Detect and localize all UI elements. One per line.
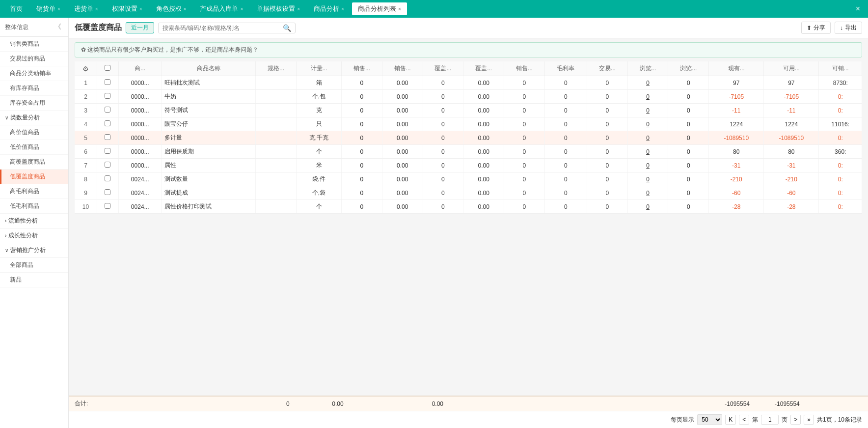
close-icon[interactable]: × — [139, 6, 142, 12]
sidebar-section-marketing[interactable]: ∨ 营销推广分析 — [0, 243, 68, 258]
table-cell: 0 — [544, 90, 587, 104]
table-cell: -31 — [764, 159, 819, 172]
nav-tab-analysis[interactable]: 商品分析 × — [308, 2, 350, 15]
sidebar-item-high-coverage[interactable]: 高覆盖度商品 — [0, 155, 68, 170]
close-icon[interactable]: × — [95, 6, 98, 12]
sidebar-item-goods-turnover[interactable]: 商品分类动销率 — [0, 66, 68, 81]
table-cell: 2 — [75, 90, 97, 104]
table-cell: 0 — [668, 159, 709, 172]
sidebar-section-growth[interactable]: › 成长性分析 — [0, 228, 68, 243]
sidebar-item-inventory-capital[interactable]: 库存资金占用 — [0, 96, 68, 111]
sidebar-title: 整体信息 — [5, 23, 28, 31]
table-cell: 0 — [342, 90, 382, 104]
select-all-checkbox[interactable] — [105, 65, 110, 71]
sidebar-item-all-goods[interactable]: 全部商品 — [0, 258, 68, 273]
row-checkbox[interactable] — [105, 79, 110, 85]
table-cell: 0 — [627, 90, 668, 104]
sidebar-item-low-coverage[interactable]: 低覆盖度商品 — [0, 170, 68, 184]
nav-tab-sales[interactable]: 销货单 × — [30, 2, 66, 15]
table-cell: 0 — [627, 172, 668, 186]
search-input[interactable] — [163, 25, 283, 31]
settings-icon[interactable]: ⚙ — [82, 65, 89, 73]
table-cell: 0 — [342, 117, 382, 131]
sidebar-item-high-profit[interactable]: 高毛利商品 — [0, 184, 68, 199]
row-checkbox[interactable] — [105, 175, 110, 181]
table-cell: 0 — [342, 145, 382, 159]
table-container[interactable]: ⚙ 商... 商品名称 规格... 计量... 销售... 销售... 覆盖..… — [69, 61, 868, 396]
table-cell: 0 — [342, 159, 382, 172]
close-icon[interactable]: × — [398, 6, 401, 12]
table-cell: 测试提成 — [162, 186, 256, 200]
close-icon[interactable]: × — [297, 6, 300, 12]
table-cell: 1224 — [764, 117, 819, 131]
table-cell: 0.00 — [382, 200, 423, 214]
prev-page-button[interactable]: < — [739, 415, 749, 425]
table-cell: 0 — [423, 159, 463, 172]
col-sales-qty: 销售... — [342, 61, 382, 76]
page-number-input[interactable] — [761, 415, 779, 425]
table-cell: 牛奶 — [162, 90, 256, 104]
table-cell: 0.00 — [463, 90, 504, 104]
table-header-row: ⚙ 商... 商品名称 规格... 计量... 销售... 销售... 覆盖..… — [75, 61, 862, 76]
row-checkbox[interactable] — [105, 134, 110, 140]
chevron-right-icon: › — [5, 233, 6, 238]
sidebar-item-low-profit[interactable]: 低毛利商品 — [0, 199, 68, 214]
row-checkbox[interactable] — [105, 203, 110, 209]
table-cell: 6 — [75, 145, 97, 159]
table-cell: 0.00 — [382, 131, 423, 145]
row-checkbox[interactable] — [105, 120, 110, 126]
close-icon[interactable]: × — [341, 6, 344, 12]
top-nav: 首页 销货单 × 进货单 × 权限设置 × 角色授权 × 产成品入库单 × 单据… — [0, 0, 868, 18]
nav-tab-template[interactable]: 单据模板设置 × — [251, 2, 306, 15]
nav-tab-warehouse[interactable]: 产成品入库单 × — [194, 2, 249, 15]
close-icon[interactable]: × — [240, 6, 243, 12]
table-cell: 测试数量 — [162, 172, 256, 186]
table-cell: 0 — [587, 159, 627, 172]
col-browse1: 浏览... — [627, 61, 668, 76]
page-label: 第 — [752, 416, 758, 424]
close-icon[interactable]: × — [57, 6, 60, 12]
chevron-down-icon: ∨ — [5, 248, 8, 253]
filter-btn-1month[interactable]: 近一月 — [126, 22, 154, 33]
sidebar-section-flow[interactable]: › 流通性分析 — [0, 214, 68, 228]
sidebar-item-sales-goods[interactable]: 销售类商品 — [0, 37, 68, 52]
sidebar-collapse-button[interactable]: 《 — [53, 22, 63, 32]
nav-tab-permission[interactable]: 权限设置 × — [106, 2, 148, 15]
sidebar-item-low-value[interactable]: 低价值商品 — [0, 140, 68, 155]
sidebar-item-high-value[interactable]: 高价值商品 — [0, 125, 68, 140]
export-button[interactable]: ↓ 导出 — [835, 22, 862, 34]
table-cell: 眼宝公仔 — [162, 117, 256, 131]
sidebar-item-traded-goods[interactable]: 交易过的商品 — [0, 52, 68, 66]
page-size-select[interactable]: 50 10 20 100 — [697, 414, 722, 425]
table-cell: 0 — [423, 76, 463, 90]
table-row: 60000...启用保质期个00.0000.00000008080360: — [75, 145, 862, 159]
col-settings[interactable]: ⚙ — [75, 61, 97, 76]
row-checkbox[interactable] — [105, 189, 110, 195]
table-cell: 0 — [504, 117, 545, 131]
sidebar-item-new-goods[interactable]: 新品 — [0, 273, 68, 287]
sidebar-item-with-inventory[interactable]: 有库存商品 — [0, 81, 68, 96]
next-page-button[interactable]: > — [790, 415, 801, 425]
content-header: 低覆盖度商品 近一月 🔍 ⬆ 分享 ↓ 导出 — [69, 18, 868, 38]
table-cell: 0 — [504, 172, 545, 186]
row-checkbox[interactable] — [105, 107, 110, 113]
table-cell — [97, 159, 119, 172]
close-icon[interactable]: × — [184, 6, 187, 12]
close-all-button[interactable]: × — [852, 2, 864, 15]
last-page-button[interactable]: » — [804, 415, 814, 425]
nav-tab-home[interactable]: 首页 — [4, 2, 28, 15]
table-cell: -11 — [709, 104, 764, 117]
first-page-button[interactable]: K — [725, 415, 736, 425]
nav-tab-analysis-list[interactable]: 商品分析列表 × — [352, 2, 407, 15]
col-spec: 规格... — [256, 61, 297, 76]
row-checkbox[interactable] — [105, 148, 110, 154]
row-checkbox[interactable] — [105, 162, 110, 168]
share-button[interactable]: ⬆ 分享 — [801, 22, 831, 34]
info-banner: ✿ 这类商品只有很少客户购买过，是推广不够，还是商品本身问题？ — [75, 42, 862, 57]
nav-tab-purchase[interactable]: 进货单 × — [68, 2, 104, 15]
sidebar-section-quantity[interactable]: ∨ 类数量分析 — [0, 111, 68, 125]
col-coverage2: 覆盖... — [463, 61, 504, 76]
nav-tab-role[interactable]: 角色授权 × — [150, 2, 192, 15]
row-checkbox[interactable] — [105, 93, 110, 99]
table-row: 80024...测试数量袋,件00.0000.0000000-210-2100: — [75, 172, 862, 186]
